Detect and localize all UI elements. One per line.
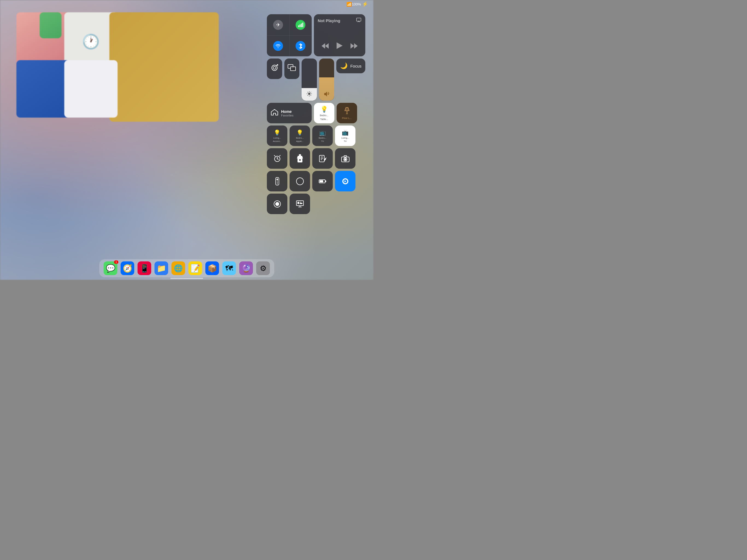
airplay-button[interactable]	[356, 18, 361, 24]
alarm-button[interactable]	[267, 148, 287, 169]
svg-rect-58	[300, 203, 302, 204]
bedro-tv-sublabel: TV	[321, 140, 324, 143]
dock-notes[interactable]: 📝	[188, 261, 202, 275]
remote-button[interactable]	[267, 171, 287, 192]
screen-lock-icon	[271, 64, 279, 74]
fastforward-button[interactable]	[349, 41, 360, 52]
cc-row-utilities	[267, 148, 365, 169]
battery-indicator: 100% ⚡	[352, 1, 368, 7]
dock-files[interactable]: 📁	[154, 261, 168, 275]
flashlight-button[interactable]	[289, 148, 310, 169]
floor-lamp-button[interactable]: Floor L...	[337, 103, 357, 123]
keynote-button[interactable]	[289, 194, 310, 214]
svg-rect-2	[301, 24, 302, 27]
dock-altstore[interactable]: 🔮	[239, 261, 253, 275]
connectivity-block: ✈	[267, 14, 312, 56]
living-tv-icon: 📺	[342, 129, 349, 136]
volume-icon	[324, 91, 330, 98]
battery-status-button[interactable]	[312, 171, 333, 192]
screen-mirror-icon	[288, 64, 296, 74]
media-player: Not Playing	[314, 14, 365, 56]
living-tv-button[interactable]: 📺 Living... TV	[335, 126, 356, 146]
svg-line-21	[311, 95, 311, 96]
cc-row-utilities2	[267, 171, 365, 192]
living-accent-icon: 💡	[274, 129, 281, 136]
svg-rect-3	[302, 22, 303, 27]
wifi-button[interactable]	[267, 35, 289, 56]
screen-lock-button[interactable]	[267, 58, 282, 79]
cc-row-bottom	[267, 194, 365, 214]
floor-lamp-icon	[344, 107, 350, 116]
svg-rect-0	[298, 25, 299, 27]
bg-card-green	[40, 12, 61, 38]
svg-marker-24	[324, 92, 327, 97]
airplane-mode-button[interactable]: ✈	[267, 14, 289, 35]
bedro-apple-sublabel: Apple...	[296, 140, 304, 143]
home-sublabel: Favorites	[281, 114, 293, 117]
cc-row-1: ✈	[267, 14, 365, 56]
dock-settings[interactable]: ⚙	[256, 261, 270, 275]
bedroom-table-label: Bedro...	[320, 114, 329, 117]
rewind-button[interactable]	[319, 41, 331, 52]
bluetooth-icon	[295, 41, 305, 51]
screen-record-button[interactable]	[267, 194, 287, 214]
bedro-tv-button[interactable]: 📺 Bedro... TV	[312, 126, 333, 146]
svg-point-36	[299, 159, 301, 161]
wifi-icon: 📶	[346, 2, 352, 7]
dock-messages[interactable]: 💬 1	[104, 261, 117, 275]
svg-point-15	[308, 93, 310, 95]
notes-write-button[interactable]	[312, 148, 333, 169]
airplane-icon: ✈	[273, 20, 283, 30]
screen-mirror-button[interactable]	[284, 58, 300, 79]
wifi-button-icon	[273, 41, 283, 51]
bedroom-table-button[interactable]: 💡 Bedro... Table...	[314, 103, 334, 123]
brightness-icon	[307, 91, 312, 98]
living-accent-button[interactable]: 💡 Living... Accent...	[267, 126, 287, 146]
svg-rect-44	[344, 156, 347, 157]
cellular-button[interactable]	[289, 14, 312, 35]
bedro-apple-button[interactable]: 💡 Bedro... Apple...	[289, 126, 310, 146]
svg-rect-59	[300, 202, 301, 203]
dark-mode-button[interactable]	[289, 171, 310, 192]
svg-rect-52	[325, 180, 326, 182]
cc-row-accents: 💡 Living... Accent... 💡 Bedro... Apple..…	[267, 126, 365, 146]
dock-safari[interactable]: 🧭	[121, 261, 134, 275]
bedro-tv-icon: 📺	[319, 129, 326, 136]
shazam-button[interactable]	[335, 171, 356, 192]
dock-phone[interactable]: 📱	[137, 261, 151, 275]
home-label: Home	[281, 109, 293, 114]
svg-line-32	[279, 155, 280, 156]
svg-point-50	[297, 178, 304, 185]
play-button[interactable]	[334, 40, 345, 53]
svg-marker-8	[321, 43, 325, 49]
home-icon	[271, 108, 278, 118]
bg-card-white	[64, 60, 118, 118]
svg-line-22	[311, 92, 311, 93]
bluetooth-button[interactable]	[289, 35, 312, 56]
brightness-slider[interactable]	[302, 58, 317, 101]
dock: 💬 1 🧭 📱 📁 🌐 📝 📦 🗺 🔮 ⚙	[99, 259, 274, 277]
living-accent-sublabel: Accent...	[273, 140, 281, 143]
status-bar: 📶 100% ⚡	[0, 0, 374, 8]
bedroom-table-icon: 💡	[320, 106, 328, 113]
bg-card-yellow	[109, 12, 219, 122]
svg-marker-34	[297, 156, 303, 159]
living-accent-label: Living...	[274, 137, 281, 139]
dock-chrome[interactable]: 🌐	[172, 261, 185, 275]
home-text: Home Favorites	[281, 109, 293, 117]
camera-button[interactable]	[335, 148, 356, 169]
focus-button[interactable]: 🌙 Focus	[336, 58, 365, 73]
svg-point-55	[275, 202, 279, 206]
svg-line-23	[307, 95, 308, 96]
media-controls	[318, 40, 361, 53]
bedroom-table-sublabel: Table...	[320, 118, 328, 121]
dock-dropbox[interactable]: 📦	[205, 261, 219, 275]
volume-slider[interactable]	[319, 58, 334, 101]
dock-maps[interactable]: 🗺	[222, 261, 236, 275]
media-not-playing-label: Not Playing	[318, 18, 340, 23]
media-top: Not Playing	[318, 18, 361, 24]
svg-rect-1	[300, 24, 301, 27]
home-button[interactable]: Home Favorites	[267, 103, 312, 123]
floor-lamp-label: Floor L...	[342, 117, 352, 120]
bedro-apple-label: Bedro...	[296, 137, 304, 139]
